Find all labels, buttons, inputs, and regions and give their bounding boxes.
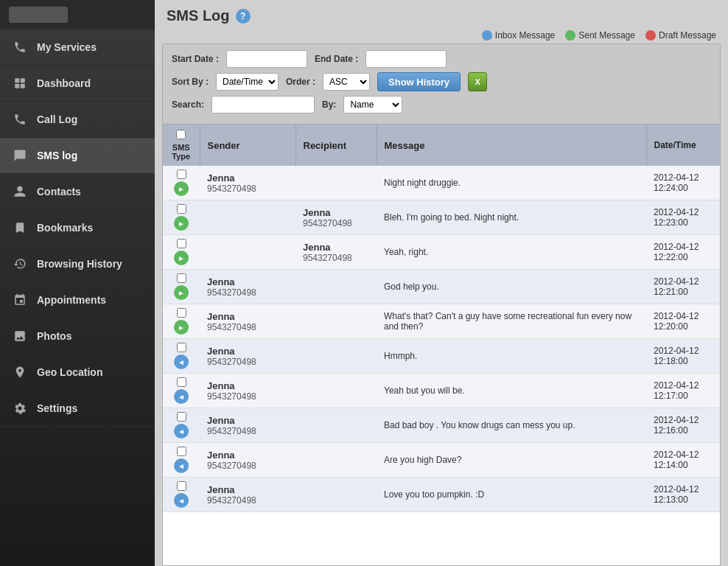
sidebar-label-photos: Photos <box>37 330 71 342</box>
phone-icon <box>12 39 28 55</box>
row-checkbox[interactable] <box>177 377 186 387</box>
help-icon[interactable]: ? <box>236 9 251 24</box>
end-date-input[interactable] <box>365 50 447 68</box>
row-checkbox[interactable] <box>177 412 186 422</box>
sidebar: My ServicesDashboardCall LogSMS logConta… <box>0 0 155 566</box>
table-row: ► Jenna9543270498 Yeah, right. 2012-04-1… <box>163 235 720 270</box>
table-row: ► Jenna9543270498 God help you. 2012-04-… <box>163 270 720 304</box>
sent-label: Sent Message <box>578 30 635 41</box>
sidebar-label-bookmarks: Bookmarks <box>37 222 93 234</box>
sent-icon: ► <box>174 216 189 231</box>
row-checkbox[interactable] <box>177 481 186 491</box>
sidebar-item-sms-log[interactable]: SMS log <box>0 138 155 174</box>
inbox-icon: ◄ <box>174 493 189 508</box>
sidebar-item-contacts[interactable]: Contacts <box>0 174 155 210</box>
datetime-cell: 2012-04-1212:14:00 <box>646 443 720 478</box>
recipient-cell <box>295 339 377 374</box>
logo <box>9 7 68 23</box>
contacts-icon <box>12 184 28 200</box>
table-row: ◄ Jenna9543270498 Bad bad boy . You know… <box>163 408 720 443</box>
sender-cell: Jenna9543270498 <box>200 408 295 443</box>
end-date-label: End Date : <box>315 54 358 64</box>
inbox-icon: ◄ <box>174 424 189 439</box>
datetime-cell: 2012-04-1212:21:00 <box>646 270 720 304</box>
sidebar-item-call-log[interactable]: Call Log <box>0 102 155 138</box>
sms-type-cell: ◄ <box>163 408 200 443</box>
order-select[interactable]: ASC DESC <box>323 73 370 91</box>
filter-bar: Start Date : End Date : Sort By : Date/T… <box>162 43 721 125</box>
sidebar-item-photos[interactable]: Photos <box>0 318 155 354</box>
row-checkbox[interactable] <box>177 447 186 456</box>
page-header: SMS Log ? <box>155 0 728 27</box>
table-row: ◄ Jenna9543270498 Love you too pumpkin. … <box>163 478 720 512</box>
sidebar-item-geo-location[interactable]: Geo Location <box>0 354 155 391</box>
datetime-cell: 2012-04-1212:17:00 <box>646 374 720 408</box>
message-cell: Hmmph. <box>377 339 646 374</box>
sms-type-cell: ► <box>163 166 200 200</box>
svg-rect-2 <box>15 84 19 88</box>
table-row: ► Jenna9543270498 Night night druggie. 2… <box>163 166 720 200</box>
start-date-input[interactable] <box>226 50 307 68</box>
settings-icon <box>12 400 28 416</box>
bookmarks-icon <box>12 220 28 236</box>
recipient-cell <box>295 166 377 200</box>
sidebar-item-appointments[interactable]: Appointments <box>0 282 155 318</box>
sort-by-label: Sort By : <box>172 77 209 87</box>
inbox-label: Inbox Message <box>495 30 555 41</box>
sidebar-item-dashboard[interactable]: Dashboard <box>0 66 155 102</box>
svg-rect-0 <box>15 78 19 83</box>
sidebar-label-dashboard: Dashboard <box>37 77 91 89</box>
legend-bar: Inbox Message Sent Message Draft Message <box>155 27 728 43</box>
sms-type-cell: ◄ <box>163 478 200 512</box>
photos-icon <box>12 328 28 344</box>
sms-type-cell: ► <box>163 200 200 235</box>
sent-icon: ► <box>174 251 189 265</box>
recipient-cell <box>295 270 377 304</box>
sender-cell: Jenna9543270498 <box>200 304 295 339</box>
table-header-row: SMSType Sender Recipient Message Date/Ti… <box>163 125 720 166</box>
order-label: Order : <box>286 77 315 87</box>
select-all-checkbox[interactable] <box>176 130 186 139</box>
row-checkbox[interactable] <box>177 273 186 283</box>
sidebar-item-bookmarks[interactable]: Bookmarks <box>0 210 155 246</box>
sidebar-item-my-services[interactable]: My Services <box>0 29 155 66</box>
show-history-button[interactable]: Show History <box>377 72 461 91</box>
row-checkbox[interactable] <box>177 343 186 352</box>
row-checkbox[interactable] <box>177 204 186 214</box>
legend-sent: Sent Message <box>565 30 635 41</box>
dashboard-icon <box>12 75 28 91</box>
sort-by-select[interactable]: Date/Time Sender Recipient <box>216 73 279 91</box>
sidebar-item-browsing-history[interactable]: Browsing History <box>0 246 155 282</box>
by-select[interactable]: Name Number Message <box>343 96 402 113</box>
sidebar-label-settings: Settings <box>37 402 77 414</box>
call-icon <box>12 111 28 127</box>
row-checkbox[interactable] <box>177 239 186 248</box>
row-checkbox[interactable] <box>177 170 186 179</box>
th-datetime: Date/Time <box>646 125 720 166</box>
datetime-cell: 2012-04-1212:13:00 <box>646 478 720 512</box>
th-recipient: Recipient <box>295 125 377 166</box>
history-icon <box>12 256 28 272</box>
sidebar-label-my-services: My Services <box>37 41 97 53</box>
sidebar-label-sms-log: SMS log <box>37 150 77 161</box>
draft-label: Draft Message <box>659 30 716 41</box>
recipient-cell <box>295 304 377 339</box>
row-checkbox[interactable] <box>177 308 186 318</box>
message-cell: Bleh. I'm going to bed. Night night. <box>377 200 646 235</box>
sidebar-label-contacts: Contacts <box>37 186 81 198</box>
sms-type-cell: ◄ <box>163 374 200 408</box>
sidebar-item-settings[interactable]: Settings <box>0 391 155 427</box>
datetime-cell: 2012-04-1212:22:00 <box>646 235 720 270</box>
search-input[interactable] <box>211 96 315 113</box>
export-excel-button[interactable]: X <box>468 72 487 91</box>
sent-icon: ► <box>174 181 189 196</box>
message-cell: Are you high Dave? <box>377 443 646 478</box>
message-cell: Bad bad boy . You know drugs can mess yo… <box>377 408 646 443</box>
table-body: ► Jenna9543270498 Night night druggie. 2… <box>163 166 720 512</box>
main-content: SMS Log ? Inbox Message Sent Message Dra… <box>155 0 728 566</box>
recipient-cell <box>295 443 377 478</box>
geo-icon <box>12 364 28 380</box>
sender-cell: Jenna9543270498 <box>200 374 295 408</box>
table-row: ◄ Jenna9543270498 Hmmph. 2012-04-1212:18… <box>163 339 720 374</box>
sidebar-label-browsing-history: Browsing History <box>37 258 122 270</box>
